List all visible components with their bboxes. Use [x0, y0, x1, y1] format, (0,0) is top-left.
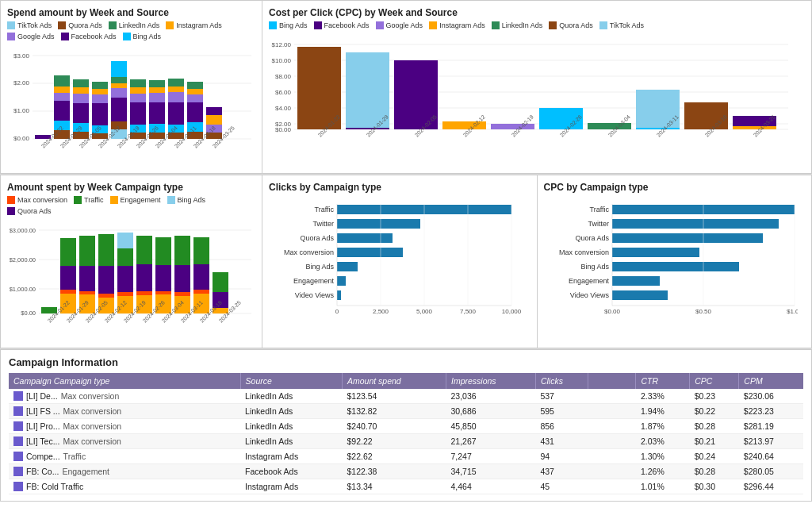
svg-text:Engagement: Engagement [568, 277, 609, 285]
cpm-cell: $213.97 [739, 434, 803, 449]
legend-instagram: Instagram Ads [166, 21, 222, 29]
svg-rect-139 [155, 237, 171, 265]
ctr-cell: 1.01% [636, 479, 690, 494]
svg-rect-59 [206, 115, 222, 125]
impressions-cell: 30,686 [446, 404, 535, 419]
campaign-name-cell: [LI] Pro... Max conversion [9, 419, 240, 434]
ctr-cell: 1.87% [636, 419, 690, 434]
svg-text:$0.00: $0.00 [21, 310, 36, 317]
col-spacer [588, 373, 636, 389]
svg-rect-40 [149, 80, 165, 87]
spacer-cell [588, 404, 636, 419]
svg-rect-29 [111, 83, 127, 88]
cpm-cell: $223.23 [739, 404, 803, 419]
svg-text:$0.00: $0.00 [275, 126, 292, 133]
legend-linkedin: LinkedIn Ads [109, 21, 160, 29]
svg-text:$1.00: $1.00 [786, 308, 797, 315]
campaign-info-section: Campaign Information Campaign Campaign t… [0, 349, 812, 502]
svg-rect-37 [130, 102, 146, 125]
svg-rect-98 [733, 126, 776, 129]
instagram-color [166, 21, 174, 29]
campaign-name: FB: Cold Traffic [26, 482, 83, 491]
svg-rect-118 [60, 238, 76, 266]
svg-rect-137 [136, 291, 152, 295]
svg-rect-194 [612, 233, 763, 243]
svg-rect-151 [213, 272, 228, 292]
svg-rect-141 [155, 291, 171, 294]
campaign-type: Max conversion [63, 436, 121, 446]
svg-text:$12.00: $12.00 [272, 41, 292, 48]
svg-rect-135 [136, 236, 152, 264]
svg-rect-177 [337, 290, 341, 300]
svg-text:$0.50: $0.50 [695, 308, 711, 315]
spacer-cell [588, 419, 636, 434]
legend-linkedin2: LinkedIn Ads [492, 21, 543, 29]
svg-rect-55 [187, 102, 203, 122]
impressions-cell: 7,247 [446, 449, 535, 464]
svg-rect-18 [73, 103, 89, 123]
svg-rect-198 [612, 262, 739, 271]
linkedin-color [109, 21, 117, 29]
amount-cell: $22.62 [342, 449, 446, 464]
svg-rect-122 [79, 236, 95, 266]
legend-tiktok2: TikTok Ads [599, 21, 644, 29]
svg-rect-35 [130, 87, 146, 94]
campaign-type: Max conversion [63, 406, 122, 416]
svg-rect-53 [187, 89, 203, 94]
svg-rect-21 [92, 82, 108, 89]
cpc-campaign-svg: Traffic Twitter Quora Ads Max conversion… [544, 196, 798, 343]
legend-facebook2: Facebook Ads [314, 21, 370, 29]
campaign-name: [LI] Tec... [26, 436, 59, 446]
google-color [7, 33, 15, 40]
svg-rect-119 [60, 266, 76, 290]
svg-text:$8.00: $8.00 [275, 73, 292, 80]
clicks-cell: 437 [535, 464, 588, 479]
campaign-name-cell: [LI] FS ... Max conversion [9, 404, 240, 419]
svg-text:$0.00: $0.00 [603, 308, 620, 315]
svg-text:Engagement: Engagement [293, 277, 335, 285]
svg-rect-143 [174, 236, 190, 265]
svg-rect-124 [79, 291, 95, 294]
col-cpc: CPC [690, 373, 739, 389]
svg-rect-127 [98, 266, 114, 294]
legend-quora: Quora Ads [58, 21, 102, 29]
campaign-name: [LI] FS ... [26, 406, 60, 416]
col-source: Source [240, 373, 342, 389]
svg-text:Traffic: Traffic [589, 206, 609, 213]
cpc-cell: $0.23 [690, 389, 739, 404]
campaign-name: [LI] De... [26, 391, 58, 401]
svg-text:$2.00: $2.00 [13, 79, 30, 87]
svg-text:Video Views: Video Views [295, 291, 335, 299]
svg-text:Twitter: Twitter [312, 220, 334, 228]
svg-rect-24 [92, 103, 108, 125]
svg-text:Bing Ads: Bing Ads [580, 263, 609, 271]
svg-rect-46 [168, 79, 184, 87]
svg-text:Twitter: Twitter [588, 220, 609, 228]
svg-text:7,500: 7,500 [460, 308, 477, 315]
table-row: FB: Cold Traffic Instagram Ads$13.344,46… [9, 479, 803, 494]
campaign-type: Engagement [62, 467, 109, 476]
svg-rect-88 [346, 128, 389, 129]
amount-cell: $122.38 [342, 464, 446, 479]
legend-bing2: Bing Ads [269, 21, 308, 29]
svg-text:$1,000.00: $1,000.00 [10, 286, 36, 293]
svg-text:10,000: 10,000 [502, 308, 522, 315]
col-amount: Amount spend [342, 373, 446, 389]
col-clicks: Clicks [535, 373, 588, 389]
svg-rect-133 [117, 292, 133, 296]
amount-cell: $13.34 [342, 479, 446, 494]
cpc-by-week-title: Cost per Click (CPC) by Week and Source [269, 7, 805, 18]
svg-rect-202 [612, 290, 668, 300]
svg-rect-27 [111, 61, 127, 77]
campaign-name: [LI] Pro... [26, 421, 60, 431]
amount-cell: $240.70 [342, 419, 446, 434]
impressions-cell: 45,850 [446, 419, 535, 434]
svg-rect-36 [130, 94, 146, 102]
svg-rect-47 [168, 87, 184, 92]
col-campaign: Campaign Campaign type [9, 373, 240, 389]
cpc-by-week-chart: Cost per Click (CPC) by Week and Source … [262, 0, 812, 174]
svg-text:Max conversion: Max conversion [284, 248, 334, 256]
campaign-name-cell: FB: Cold Traffic [9, 479, 240, 494]
spend-svg: $3.00 $2.00 $1.00 $0.00 [7, 44, 253, 159]
spend-legend: TikTok Ads Quora Ads LinkedIn Ads Instag… [7, 21, 255, 40]
